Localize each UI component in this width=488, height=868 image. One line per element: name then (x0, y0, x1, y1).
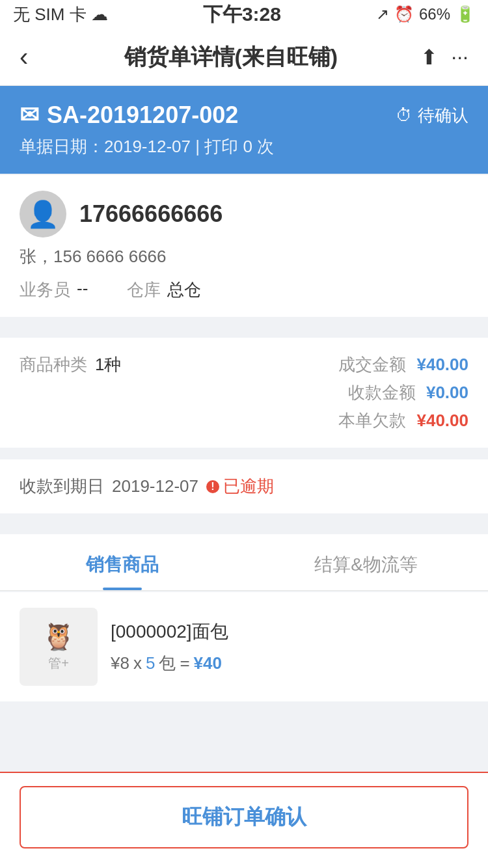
warehouse-value: 总仓 (167, 278, 201, 301)
battery-icon: 🔋 (455, 5, 475, 23)
page-title: 销货单详情(来自旺铺) (41, 42, 420, 72)
location-icon: ↗ (376, 5, 389, 23)
deal-amount-row: 成交金额 ¥40.00 (338, 353, 468, 376)
overdue-text: 已逾期 (223, 475, 274, 498)
order-id-row: ✉ SA-20191207-002 ⏱ 待确认 (20, 102, 468, 129)
product-name: [0000002]面包 (111, 619, 468, 644)
alarm-icon: ⏰ (394, 5, 414, 23)
warehouse-meta: 仓库 总仓 (127, 278, 201, 301)
nav-actions: ⬆ ··· (420, 45, 468, 70)
multiply-symbol: x (133, 653, 142, 673)
unit: 包 (159, 652, 176, 675)
status-bar: 无 SIM 卡 ☁ 下午3:28 ↗ ⏰ 66% 🔋 (0, 0, 488, 29)
customer-name: 张，156 6666 6666 (20, 245, 468, 268)
status-text: 待确认 (418, 104, 468, 127)
order-header: ✉ SA-20191207-002 ⏱ 待确认 单据日期：2019-12-07 … (0, 86, 488, 174)
product-thumb-icon: 🦉 (42, 621, 75, 652)
bottom-bar: 旺铺订单确认 (0, 772, 488, 868)
received-amount-label: 收款金额 (348, 381, 416, 404)
product-types-value: 1种 (95, 353, 121, 376)
overdue-badge: ! 已逾期 (206, 475, 274, 498)
amounts-info: 成交金额 ¥40.00 收款金额 ¥0.00 本单欠款 ¥40.00 (338, 353, 468, 432)
salesperson-meta: 业务员 -- (20, 278, 88, 301)
overdue-dot-icon: ! (206, 480, 219, 493)
avatar-icon: 👤 (27, 199, 59, 230)
product-thumbnail: 🦉 管+ (20, 608, 98, 686)
battery-text: 66% (419, 5, 450, 23)
received-amount-row: 收款金额 ¥0.00 (348, 381, 468, 404)
salesperson-label: 业务员 (20, 278, 70, 301)
order-date: 单据日期：2019-12-07 | 打印 0 次 (20, 135, 468, 158)
total-price: ¥40 (194, 653, 222, 673)
deal-amount-label: 成交金额 (338, 353, 406, 376)
owed-amount-value: ¥40.00 (416, 411, 468, 431)
clock-icon: ⏱ (396, 105, 413, 126)
status-time: 下午3:28 (203, 1, 281, 28)
product-types-label: 商品种类 (20, 353, 87, 376)
product-thumb-label: 管+ (48, 655, 69, 672)
no-sim-text: 无 SIM 卡 ☁ (13, 3, 108, 26)
product-types-info: 商品种类 1种 (20, 353, 121, 376)
back-button[interactable]: ‹ (20, 42, 28, 72)
order-status: ⏱ 待确认 (396, 104, 468, 127)
due-date-label: 收款到期日 (20, 475, 104, 498)
salesperson-value: -- (77, 278, 88, 301)
equals-symbol: = (180, 653, 189, 673)
confirm-order-button[interactable]: 旺铺订单确认 (20, 786, 468, 848)
warehouse-label: 仓库 (127, 278, 161, 301)
order-id: ✉ SA-20191207-002 (20, 102, 238, 129)
customer-meta: 业务员 -- 仓库 总仓 (20, 278, 468, 301)
product-item: 🦉 管+ [0000002]面包 ¥8 x 5 包 = ¥40 (0, 592, 488, 701)
quantity: 5 (146, 653, 155, 673)
divider-2 (0, 448, 488, 458)
more-button[interactable]: ··· (451, 45, 468, 69)
customer-card: 👤 17666666666 张，156 6666 6666 业务员 -- 仓库 … (0, 175, 488, 317)
deal-amount-value: ¥40.00 (416, 355, 468, 375)
share-button[interactable]: ⬆ (420, 45, 438, 70)
divider-3 (0, 513, 488, 524)
tabs-bar: 销售商品 结算&物流等 (0, 534, 488, 591)
divider-1 (0, 317, 488, 327)
avatar: 👤 (20, 191, 66, 237)
product-list: 🦉 管+ [0000002]面包 ¥8 x 5 包 = ¥40 (0, 592, 488, 701)
customer-top: 👤 17666666666 (20, 191, 468, 237)
summary-card: 商品种类 1种 成交金额 ¥40.00 收款金额 ¥0.00 本单欠款 ¥40.… (0, 338, 488, 448)
received-amount-value: ¥0.00 (426, 383, 468, 403)
order-id-text: SA-20191207-002 (47, 102, 238, 129)
due-date-card: 收款到期日 2019-12-07 ! 已逾期 (0, 459, 488, 513)
status-right: ↗ ⏰ 66% 🔋 (376, 5, 475, 23)
nav-bar: ‹ 销货单详情(来自旺铺) ⬆ ··· (0, 29, 488, 86)
owed-amount-label: 本单欠款 (338, 409, 406, 432)
product-price-row: ¥8 x 5 包 = ¥40 (111, 652, 468, 675)
order-icon: ✉ (20, 102, 39, 129)
customer-phone: 17666666666 (79, 200, 223, 228)
tab-sales-products[interactable]: 销售商品 (0, 534, 244, 590)
unit-price: ¥8 (111, 653, 129, 673)
owed-amount-row: 本单欠款 ¥40.00 (338, 409, 468, 432)
due-date-value: 2019-12-07 (112, 476, 198, 496)
product-info: [0000002]面包 ¥8 x 5 包 = ¥40 (111, 619, 468, 675)
status-left: 无 SIM 卡 ☁ (13, 3, 108, 26)
tab-settlement[interactable]: 结算&物流等 (244, 534, 488, 590)
